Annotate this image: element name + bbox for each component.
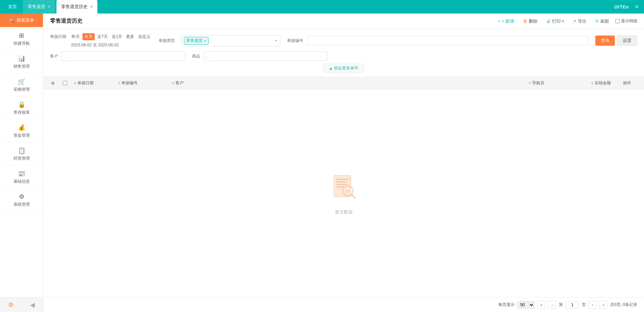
finance-label: 资金管理 (14, 133, 30, 138)
date-btn-last-month[interactable]: 近1月 (111, 33, 124, 40)
delete-icon: 🗑 (523, 19, 527, 24)
sidebar-item-basic-info[interactable]: 📰 基础信息 (0, 165, 43, 188)
show-detail-label: 显示明细 (621, 18, 637, 24)
search-icon: 🔍 (9, 18, 15, 23)
table-settings-icon[interactable]: ⚙ (51, 81, 55, 86)
top-bar: 首页 零售退货 × 零售退货历史 × OfTEn × (0, 0, 644, 14)
page-number-input[interactable] (566, 302, 579, 308)
filter-row-2: 客户 ... 商品 ... (50, 51, 637, 61)
th-number[interactable]: ⇅ 单据编号 (115, 80, 169, 86)
export-label: 导出 (578, 18, 587, 24)
page-title: 零售退货历史 (50, 18, 82, 25)
tab-retail-return-history-close[interactable]: × (90, 4, 93, 9)
doc-type-tag-close[interactable]: × (204, 39, 206, 43)
customer-input[interactable]: ... (62, 51, 185, 61)
tab-bar: 首页 零售退货 × 零售退货历史 × (3, 0, 614, 14)
svg-point-6 (344, 187, 351, 194)
tab-retail-return-history[interactable]: 零售退货历史 × (56, 0, 97, 14)
refresh-label: 刷新 (600, 18, 609, 24)
page-prefix: 第 (559, 302, 563, 308)
page-size-label: 每页显示 (498, 302, 515, 308)
th-date[interactable]: ⇅ 单据日期 (71, 80, 115, 86)
tab-retail-return-history-label: 零售退货历史 (61, 4, 88, 10)
quick-nav-label: 快捷导航 (14, 41, 30, 46)
prev-page-button[interactable]: ‹ (548, 301, 556, 309)
svg-rect-1 (336, 179, 349, 180)
th-checkbox[interactable] (59, 81, 71, 85)
page-size-select[interactable]: 20 50 100 (517, 301, 534, 309)
th-settings[interactable]: ⚙ (47, 81, 59, 86)
tab-retail-return[interactable]: 零售退货 × (23, 0, 55, 14)
sidebar-item-inventory[interactable]: 🔒 库存核算 (0, 96, 43, 119)
delete-button[interactable]: 🗑 删除 (520, 17, 540, 26)
sidebar-item-quick-nav[interactable]: ⊞ 快捷导航 (0, 27, 43, 50)
total-info: 共0页, 0条记录 (610, 302, 637, 308)
th-date-label: 单据日期 (77, 80, 94, 86)
collapse-sidebar-icon[interactable]: ◀ (30, 301, 35, 309)
refresh-button[interactable]: ↻ 刷新 (593, 17, 612, 26)
settings-bottom-icon[interactable]: ⚙ (8, 301, 14, 309)
goods-input[interactable]: ... (204, 51, 327, 61)
table-header: ⚙ ⇅ 单据日期 ⇅ 单据编号 ⇅ 客户 ⇅ (43, 77, 644, 89)
doc-type-filter-group: 单据类型 零售退货 × ▾ (159, 35, 280, 46)
customer-filter-group: 客户 ... (50, 51, 185, 61)
main-layout: 🔍 搜索菜单 ⊞ 快捷导航 📊 销售管理 🛒 采购管理 🔒 库存核算 💰 (0, 14, 644, 312)
add-button[interactable]: + + 新增 (495, 17, 517, 26)
svg-line-7 (352, 195, 355, 198)
header-actions: + + 新增 🗑 删除 🖨 打印 ▾ ↗ 导出 ↻ (495, 17, 637, 26)
collapse-button[interactable]: ▲ 收起更多条件 (323, 64, 364, 73)
date-shortcuts: 昨天 今天 近7天 近1月 更多 自定义 (70, 33, 152, 40)
query-button[interactable]: 查询 (595, 36, 615, 46)
date-btn-last7[interactable]: 近7天 (96, 33, 109, 40)
brand-label: OfTEn (614, 4, 629, 9)
sidebar-item-operation[interactable]: 📋 经营管理 (0, 142, 43, 165)
tab-home[interactable]: 首页 (3, 0, 22, 14)
print-label: 打印 (552, 18, 561, 24)
th-guide-label: 导购员 (532, 80, 544, 86)
show-detail-checkbox[interactable] (615, 19, 620, 23)
doc-type-input[interactable]: 零售退货 × ▾ (181, 35, 280, 46)
print-button[interactable]: 🖨 打印 ▾ (544, 17, 567, 26)
settings-button[interactable]: 设置 (617, 36, 637, 46)
close-app-button[interactable]: × (633, 3, 641, 10)
goods-placeholder: ... (207, 54, 210, 59)
svg-rect-3 (336, 184, 347, 185)
tab-retail-return-close[interactable]: × (48, 4, 50, 9)
add-icon: + (498, 19, 500, 24)
sidebar-bottom: ⚙ ◀ (0, 297, 43, 312)
select-all-checkbox[interactable] (63, 81, 67, 85)
empty-illustration (327, 171, 361, 205)
th-customer[interactable]: ⇅ 客户 (169, 80, 526, 86)
sidebar-item-sales[interactable]: 📊 销售管理 (0, 50, 43, 73)
sidebar-item-system[interactable]: ⚙ 系统管理 (0, 188, 43, 211)
doc-number-input[interactable] (307, 36, 589, 45)
svg-rect-4 (336, 186, 344, 187)
pagination: 每页显示 20 50 100 « ‹ 第 页 › » 共0页, 0条记录 (43, 297, 644, 312)
date-btn-custom[interactable]: 自定义 (137, 33, 152, 40)
next-page-button[interactable]: › (589, 301, 597, 309)
svg-rect-2 (336, 181, 346, 182)
basic-info-label: 基础信息 (14, 179, 30, 184)
date-btn-more[interactable]: 更多 (125, 33, 136, 40)
export-button[interactable]: ↗ 导出 (570, 17, 589, 26)
doc-type-dropdown-icon: ▾ (275, 39, 277, 43)
sidebar-item-finance[interactable]: 💰 资金管理 (0, 119, 43, 142)
system-label: 系统管理 (14, 202, 30, 207)
show-detail-checkbox-group[interactable]: 显示明细 (615, 18, 637, 24)
th-date-sort-icon: ⇅ (74, 81, 76, 85)
page-unit: 页 (582, 302, 586, 308)
delete-label: 删除 (529, 18, 538, 24)
th-guide-sort-icon: ⇅ (528, 81, 531, 85)
table-body: 暂无数据 (43, 89, 644, 297)
sidebar-search[interactable]: 🔍 搜索菜单 (0, 14, 43, 27)
th-guide[interactable]: ⇅ 导购员 (526, 80, 573, 86)
last-page-button[interactable]: » (599, 301, 607, 309)
date-btn-yesterday[interactable]: 昨天 (70, 33, 81, 40)
doc-number-filter-group: 单据编号 (287, 36, 589, 45)
doc-type-label: 单据类型 (159, 38, 178, 44)
first-page-button[interactable]: « (537, 301, 545, 309)
date-btn-today[interactable]: 今天 (82, 33, 95, 40)
th-amount[interactable]: ⇅ 实销金额 (573, 80, 614, 86)
sidebar-item-purchase[interactable]: 🛒 采购管理 (0, 73, 43, 96)
sidebar-search-label: 搜索菜单 (17, 17, 34, 23)
